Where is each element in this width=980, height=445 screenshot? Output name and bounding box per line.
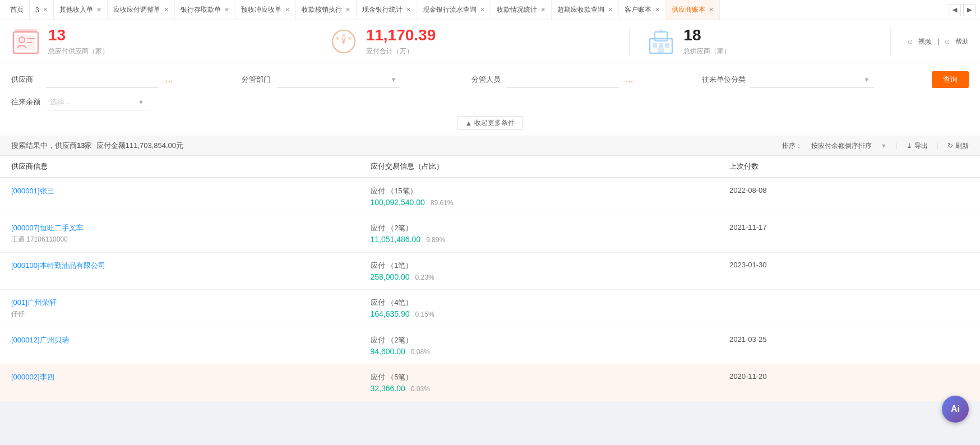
filter-section: 供应商 ... 分管部门 ▼ 分管人员 ... 往来单位分类 ▼ 查询 xyxy=(0,63,980,136)
help-link[interactable]: 帮助 xyxy=(955,37,969,47)
svg-rect-14 xyxy=(658,48,664,53)
nav-next-button[interactable]: ▶ xyxy=(963,4,976,16)
result-actions: 排序： 按应付余额倒序排序 ▼ | ⤓ 导出 | ↻ 刷新 xyxy=(782,141,969,151)
payable-percent-5: 0.08% xyxy=(411,348,430,356)
export-icon: ⤓ xyxy=(907,142,912,150)
last-payment-cell-5: 2021-03-25 xyxy=(729,335,969,356)
close-payment-icon[interactable]: ✕ xyxy=(345,6,350,13)
supplier-link-3[interactable]: [000100]本特勤油品有限公司 xyxy=(11,261,371,271)
query-button[interactable]: 查询 xyxy=(932,71,969,88)
close-cash-query-icon[interactable]: ✕ xyxy=(480,6,485,13)
table-row[interactable]: [000100]本特勤油品有限公司 应付 （1笔） 258,000.00 0.2… xyxy=(0,253,980,290)
video-link[interactable]: 视频 xyxy=(918,37,932,47)
export-button[interactable]: ⤓ 导出 xyxy=(907,141,928,151)
help-icon: ⊙ xyxy=(945,38,950,45)
table-header: 供应商信息 应付交易信息（占比） 上次付数 xyxy=(0,156,980,178)
refresh-button[interactable]: ↻ 刷新 xyxy=(947,141,969,151)
nav-customer-ledger[interactable]: 客户账本 ✕ xyxy=(619,0,666,20)
category-filter-label: 往来单位分类 xyxy=(702,75,746,85)
header-supplier-info: 供应商信息 xyxy=(11,161,371,171)
last-payment-cell-2: 2021-11-17 xyxy=(729,223,969,244)
nav-cash-bank-stat[interactable]: 现金银行统计 ✕ xyxy=(357,0,417,20)
supplier-link-1[interactable]: [000001]张三 xyxy=(11,186,371,196)
close-bank-icon[interactable]: ✕ xyxy=(224,6,229,13)
result-info: 搜索结果中，供应商13家 应付金额111,703,854.00元 xyxy=(11,141,183,151)
sort-select[interactable]: 按应付余额倒序排序 xyxy=(811,141,872,151)
nav-prev-button[interactable]: ◀ xyxy=(949,4,961,16)
payable-amount-6[interactable]: 32,366.00 xyxy=(371,384,405,393)
table-row[interactable]: [000007]恒旺二手叉车 王通 17106110000 应付 （2笔） 11… xyxy=(0,215,980,253)
stat-payable-amount-number: 11,170.39 xyxy=(366,27,436,44)
separator1: | xyxy=(896,142,898,150)
stat-payable-suppliers-number: 13 xyxy=(48,27,109,44)
nav-collection-stat[interactable]: 收款情况统计 ✕ xyxy=(491,0,552,20)
close-tab3-icon[interactable]: ✕ xyxy=(43,6,48,13)
nav-tab3[interactable]: 3 ✕ xyxy=(30,0,54,20)
category-dropdown-icon: ▼ xyxy=(864,76,870,83)
stat-payable-suppliers-text: 13 总应付供应商（家） xyxy=(48,27,109,56)
close-collection-icon[interactable]: ✕ xyxy=(540,6,546,13)
payable-amount-4[interactable]: 164,635.90 xyxy=(371,309,410,318)
close-advance-icon[interactable]: ✕ xyxy=(285,6,290,13)
supplier-icon-1 xyxy=(11,27,40,56)
nav-supplier-ledger[interactable]: 供应商账本 ✕ xyxy=(666,0,720,20)
nav-other-income[interactable]: 其他收入单 ✕ xyxy=(54,0,108,20)
close-customer-icon[interactable]: ✕ xyxy=(655,6,660,13)
payable-amount-2[interactable]: 11,051,486.00 xyxy=(371,235,421,244)
nav-cash-bank-query[interactable]: 现金银行流水查询 ✕ xyxy=(417,0,491,20)
svg-marker-3 xyxy=(14,29,38,32)
table-row[interactable]: [000012]广州贝瑞 应付 （2笔） 94,600.00 0.08% 202… xyxy=(0,327,980,364)
nav-bank-deposit[interactable]: 银行存取款单 ✕ xyxy=(175,0,235,20)
close-supplier-icon[interactable]: ✕ xyxy=(709,6,714,13)
separator2: | xyxy=(937,142,939,150)
filter-balance: 往来余额 选择... ▼ xyxy=(11,94,213,110)
header-last-payment: 上次付数 xyxy=(729,161,969,171)
nav-ar-ap-adjust[interactable]: 应收应付调整单 ✕ xyxy=(108,0,175,20)
collapse-button[interactable]: ▲ 收起更多条件 xyxy=(457,116,523,130)
supplier-info-cell-1: [000001]张三 xyxy=(11,186,371,207)
supplier-link-4[interactable]: [001]广州荣轩 xyxy=(11,298,371,308)
payable-amount-3[interactable]: 258,000.00 xyxy=(371,272,410,281)
person-filter-input[interactable] xyxy=(507,71,619,88)
collapse-bar: ▲ 收起更多条件 xyxy=(11,116,969,130)
close-other-income-icon[interactable]: ✕ xyxy=(96,6,101,13)
supplier-dots-icon[interactable]: ... xyxy=(165,75,173,85)
balance-filter-label: 往来余额 xyxy=(11,97,42,107)
stats-bar: 13 总应付供应商（家） ¥ 11,170.39 应付合计（万） xyxy=(0,20,980,63)
close-overdue-icon[interactable]: ✕ xyxy=(608,6,613,13)
supplier-info-cell-4: [001]广州荣轩 仔仔 xyxy=(11,298,371,319)
payable-percent-2: 9.89% xyxy=(426,236,445,244)
payable-amount-1[interactable]: 100,092,540.00 xyxy=(371,198,425,207)
person-dots-icon[interactable]: ... xyxy=(626,75,633,85)
top-navigation: 首页 3 ✕ 其他收入单 ✕ 应收应付调整单 ✕ 银行存取款单 ✕ 预收冲应收单… xyxy=(0,0,980,20)
help-links: ⊙ 视频 | ⊙ 帮助 xyxy=(908,37,969,47)
category-filter-select[interactable]: ▼ xyxy=(750,71,873,88)
stat-payable-suppliers-label: 总应付供应商（家） xyxy=(48,47,109,56)
nav-advance-ar[interactable]: 预收冲应收单 ✕ xyxy=(235,0,296,20)
table-row[interactable]: [001]广州荣轩 仔仔 应付 （4笔） 164,635.90 0.15% xyxy=(0,290,980,327)
payable-info-cell-5: 应付 （2笔） 94,600.00 0.08% xyxy=(371,335,730,356)
supplier-link-6[interactable]: [000002]李四 xyxy=(11,372,371,382)
supplier-link-5[interactable]: [000012]广州贝瑞 xyxy=(11,335,371,345)
payable-info-cell-4: 应付 （4笔） 164,635.90 0.15% xyxy=(371,298,730,319)
dept-filter-select[interactable]: ▼ xyxy=(277,71,400,88)
supplier-filter-input[interactable] xyxy=(47,71,159,88)
separator: | xyxy=(937,38,939,45)
payable-amount-5[interactable]: 94,600.00 xyxy=(371,347,405,356)
close-cash-stat-icon[interactable]: ✕ xyxy=(406,6,411,13)
balance-filter-select[interactable]: 选择... ▼ xyxy=(47,94,147,110)
supplier-info-cell-5: [000012]广州贝瑞 xyxy=(11,335,371,356)
nav-payment-verify[interactable]: 收款核销执行 ✕ xyxy=(296,0,357,20)
close-ar-ap-icon[interactable]: ✕ xyxy=(164,6,169,13)
svg-rect-10 xyxy=(655,32,667,41)
last-payment-cell-6: 2020-11-20 xyxy=(729,372,969,393)
stat-total-suppliers-label: 总供应商（家） xyxy=(683,47,731,56)
table-row[interactable]: [000001]张三 应付 （15笔） 100,092,540.00 89.61… xyxy=(0,178,980,215)
supplier-filter-label: 供应商 xyxy=(11,75,42,85)
supplier-link-2[interactable]: [000007]恒旺二手叉车 xyxy=(11,223,371,233)
table-row[interactable]: [000002]李四 应付 （5笔） 32,366.00 0.03% 2020-… xyxy=(0,364,980,401)
nav-overdue-ar[interactable]: 超期应收款查询 ✕ xyxy=(552,0,619,20)
stat-total-suppliers-number: 18 xyxy=(683,27,731,44)
supplier-contact-2: 王通 17106110000 xyxy=(11,235,371,244)
nav-home[interactable]: 首页 xyxy=(4,0,30,20)
